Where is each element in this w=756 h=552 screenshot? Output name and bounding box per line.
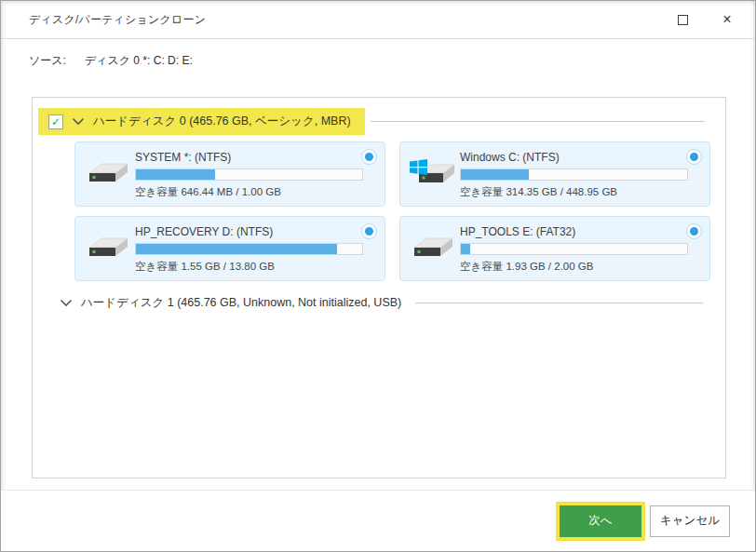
partition-radio[interactable] <box>686 149 702 165</box>
window-title: ディスク/パーティションクローン <box>29 12 206 28</box>
disk-0-header: ✓ ハードディスク 0 (465.76 GB, ベーシック, MBR) <box>38 108 705 135</box>
partition-radio[interactable] <box>361 149 377 165</box>
usage-bar <box>460 243 688 255</box>
disk-1-label[interactable]: ハードディスク 1 (465.76 GB, Unknown, Not initi… <box>81 295 401 311</box>
maximize-button[interactable] <box>668 6 697 34</box>
hard-drive-icon <box>85 233 131 264</box>
partition-card-hp-recovery[interactable]: HP_RECOVERY D: (NTFS) 空き容量 1.55 GB / 13.… <box>74 216 385 281</box>
close-button[interactable]: × <box>712 6 742 34</box>
titlebar: ディスク/パーティションクローン × <box>1 1 755 39</box>
disk-list-panel: ✓ ハードディスク 0 (465.76 GB, ベーシック, MBR) <box>32 97 726 478</box>
maximize-icon <box>678 15 688 25</box>
disk-0-highlight: ✓ ハードディスク 0 (465.76 GB, ベーシック, MBR) <box>38 108 365 135</box>
usage-bar-fill <box>461 244 470 254</box>
free-space-label: 空き容量 646.44 MB / 1.00 GB <box>135 185 373 199</box>
usage-bar <box>460 168 688 181</box>
window-controls: × <box>668 6 742 34</box>
disk-1-divider <box>415 303 703 303</box>
radio-dot <box>365 153 373 161</box>
partition-name: SYSTEM *: (NTFS) <box>135 151 373 164</box>
source-value: ディスク 0 *: C: D: E: <box>85 53 193 69</box>
radio-dot <box>690 153 698 161</box>
partition-radio[interactable] <box>686 223 702 239</box>
free-space-label: 空き容量 1.93 GB / 2.00 GB <box>460 260 698 274</box>
close-icon: × <box>722 12 731 27</box>
partition-card-system[interactable]: SYSTEM *: (NTFS) 空き容量 646.44 MB / 1.00 G… <box>74 141 385 207</box>
hard-drive-icon <box>410 233 456 264</box>
hard-drive-icon <box>85 158 131 190</box>
source-label: ソース: <box>29 53 66 69</box>
radio-dot <box>365 227 373 236</box>
partition-name: HP_RECOVERY D: (NTFS) <box>135 225 373 238</box>
partition-radio[interactable] <box>361 223 377 239</box>
usage-bar-fill <box>136 169 215 180</box>
disk-0-checkbox[interactable]: ✓ <box>48 114 63 129</box>
disk-0-divider <box>371 121 705 122</box>
disk-1-header: ハードディスク 1 (465.76 GB, Unknown, Not initi… <box>60 295 703 311</box>
check-icon: ✓ <box>51 116 61 128</box>
partition-card-hp-tools[interactable]: HP_TOOLS E: (FAT32) 空き容量 1.93 GB / 2.00 … <box>399 216 710 281</box>
free-space-label: 空き容量 1.55 GB / 13.80 GB <box>135 260 373 274</box>
footer: 次へ キャンセル <box>1 490 755 551</box>
usage-bar-fill <box>461 169 529 180</box>
radio-dot <box>690 227 698 236</box>
partition-grid: SYSTEM *: (NTFS) 空き容量 646.44 MB / 1.00 G… <box>74 141 710 281</box>
chevron-down-icon[interactable] <box>60 299 73 307</box>
next-button[interactable]: 次へ <box>560 505 641 537</box>
usage-bar <box>135 243 363 255</box>
cancel-button[interactable]: キャンセル <box>650 505 730 537</box>
usage-bar-fill <box>136 244 337 254</box>
free-space-label: 空き容量 314.35 GB / 448.95 GB <box>460 185 698 199</box>
partition-name: HP_TOOLS E: (FAT32) <box>460 225 698 238</box>
hard-drive-windows-icon <box>410 158 456 190</box>
usage-bar <box>135 168 363 181</box>
partition-card-windows-c[interactable]: Windows C: (NTFS) 空き容量 314.35 GB / 448.9… <box>399 141 710 207</box>
source-row: ソース: ディスク 0 *: C: D: E: <box>1 39 755 69</box>
chevron-down-icon[interactable] <box>72 117 85 126</box>
disk-clone-dialog: ディスク/パーティションクローン × ソース: ディスク 0 *: C: D: … <box>0 0 756 552</box>
partition-name: Windows C: (NTFS) <box>460 151 698 164</box>
disk-0-label[interactable]: ハードディスク 0 (465.76 GB, ベーシック, MBR) <box>93 114 351 129</box>
